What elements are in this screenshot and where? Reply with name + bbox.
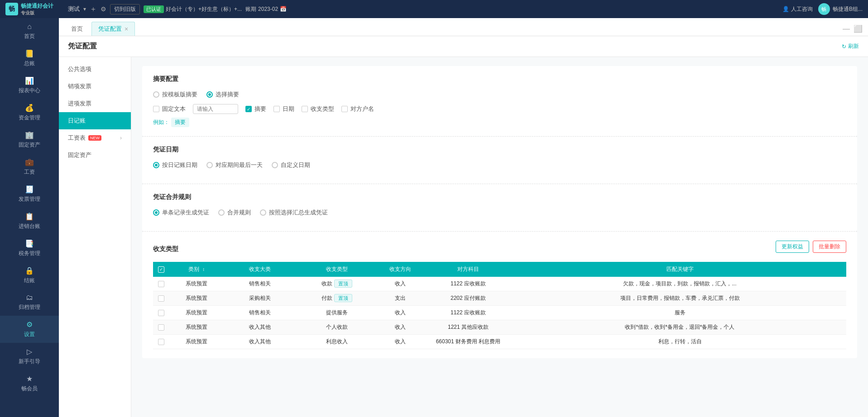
sidebar-item-member[interactable]: ★ 畅会员 xyxy=(0,370,59,397)
row-account: 660301 财务费用 利息费用 xyxy=(423,335,513,349)
top-bar-content: 测试 ▾ ＋ ⚙ 切到旧版 已认证 好会计（专）+好生意（标）+... 账期 2… xyxy=(68,4,779,14)
config-main: 摘要配置 按模板版摘要 选择摘要 xyxy=(131,57,868,417)
config-menu-fixed-assets[interactable]: 固定资产 xyxy=(59,147,131,164)
add-icon[interactable]: ＋ xyxy=(90,5,97,14)
tab-voucher-config[interactable]: 凭证配置 × xyxy=(91,22,135,36)
radio-circle-single xyxy=(153,209,159,216)
checkbox-box-fixed-text xyxy=(153,106,159,112)
sidebar-item-archive[interactable]: 🗂 归档管理 xyxy=(0,289,59,316)
update-button[interactable]: 更新权益 xyxy=(776,241,809,253)
radio-merge[interactable]: 合并规则 xyxy=(218,208,251,217)
checkbox-pay-type[interactable]: 收支类型 xyxy=(302,105,334,113)
invoice-icon: 🧾 xyxy=(25,185,34,194)
row-checkbox-cell[interactable] xyxy=(153,335,169,349)
config-menu-payroll[interactable]: 工资表 NEW › xyxy=(59,129,131,147)
row-checkbox-cell[interactable] xyxy=(153,277,169,291)
sidebar-item-funds[interactable]: 💰 资金管理 xyxy=(0,99,59,126)
radio-period-last-label: 对应期间最后一天 xyxy=(216,161,263,169)
radio-period-last[interactable]: 对应期间最后一天 xyxy=(206,161,263,169)
config-menu-purchase-invoice[interactable]: 进项发票 xyxy=(59,95,131,112)
sidebar-label-salary: 工资 xyxy=(24,168,35,176)
sidebar-item-tax[interactable]: 📑 税务管理 xyxy=(0,235,59,262)
sort-icon[interactable]: ↕ xyxy=(202,267,205,272)
config-menu-sales[interactable]: 销项发票 xyxy=(59,78,131,95)
refresh-button[interactable]: ↻ 刷新 xyxy=(842,43,859,50)
th-checkbox[interactable]: ✓ xyxy=(153,262,169,277)
th-type: 收支大类 xyxy=(224,262,296,277)
row-checkbox[interactable] xyxy=(158,339,164,345)
row-checkbox-cell[interactable] xyxy=(153,306,169,320)
row-checkbox[interactable] xyxy=(158,324,164,331)
sidebar-item-purchase[interactable]: 📋 进销台账 xyxy=(0,208,59,235)
radio-merge-label: 合并规则 xyxy=(227,208,251,217)
row-keywords: 利息，行转，活自 xyxy=(513,335,846,349)
user-area[interactable]: 畅 畅捷通B组... xyxy=(818,3,863,15)
tab-maximize-icon[interactable]: ⬜ xyxy=(854,24,863,33)
assets-icon: 🏢 xyxy=(25,131,34,139)
radio-circle-merge xyxy=(218,209,225,216)
fixed-text-input[interactable] xyxy=(193,104,238,114)
radio-select[interactable]: 选择摘要 xyxy=(206,90,239,99)
row-category: 系统预置 xyxy=(169,277,224,291)
batch-delete-button[interactable]: 批量删除 xyxy=(813,241,846,253)
calendar-icon[interactable]: 📅 xyxy=(280,6,287,12)
top-bar: 畅 畅捷通好会计 专业版 测试 ▾ ＋ ⚙ 切到旧版 已认证 好会计（专）+好生… xyxy=(0,0,868,18)
top-tag[interactable]: 置顶 xyxy=(334,280,352,288)
radio-custom-date[interactable]: 自定义日期 xyxy=(272,161,310,169)
dropdown-arrow-icon[interactable]: ▾ xyxy=(83,6,86,12)
row-checkbox-cell[interactable] xyxy=(153,320,169,335)
th-subtype: 收支类型 xyxy=(296,262,378,277)
table-row: 系统预置销售相关收款 置顶收入1122 应收账款欠款，现金，项目款，到款，报销款… xyxy=(153,277,846,291)
table-row: 系统预置收入其他利息收入收入660301 财务费用 利息费用利息，行转，活自 xyxy=(153,335,846,349)
row-type: 收入其他 xyxy=(224,320,296,335)
radio-circle-summary-gen xyxy=(260,209,266,216)
gear-icon[interactable]: ⚙ xyxy=(101,5,106,13)
tags-label: 好会计（专）+好生意（标）+... xyxy=(166,5,242,13)
row-checkbox[interactable] xyxy=(158,281,164,287)
row-category: 系统预置 xyxy=(169,335,224,349)
config-menu-public-label: 公共选项 xyxy=(68,65,91,73)
row-checkbox[interactable] xyxy=(158,295,164,302)
report-icon: 📊 xyxy=(25,76,34,85)
new-badge: NEW xyxy=(88,135,101,141)
sidebar-label-ledger: 总账 xyxy=(24,60,35,67)
sidebar-item-salary[interactable]: 💼 工资 xyxy=(0,153,59,180)
radio-circle-custom-date xyxy=(272,162,278,168)
switch-version-button[interactable]: 切到旧版 xyxy=(110,4,140,14)
row-subtype: 提供服务 xyxy=(296,306,378,320)
config-menu-journal[interactable]: 日记账 xyxy=(59,112,131,129)
radio-template[interactable]: 按模板版摘要 xyxy=(153,90,197,99)
help-button[interactable]: 👤 人工咨询 xyxy=(782,5,813,13)
test-label: 测试 xyxy=(68,5,80,13)
checkbox-box-counterparty xyxy=(341,106,348,112)
income-table: ✓ 类别 ↕ 收支大类 收支类型 收支方向 对方科目 xyxy=(153,262,846,349)
radio-journal-date[interactable]: 按日记账日期 xyxy=(153,161,197,169)
tab-home[interactable]: 首页 xyxy=(64,22,90,36)
sidebar-item-guide[interactable]: ▷ 新手引导 xyxy=(0,343,59,370)
app-name: 畅捷通好会计 xyxy=(21,2,53,10)
sidebar-item-assets[interactable]: 🏢 固定资产 xyxy=(0,126,59,153)
config-menu-public[interactable]: 公共选项 xyxy=(59,61,131,78)
sidebar-item-settings[interactable]: ⚙ 设置 xyxy=(0,316,59,343)
checkbox-date[interactable]: 日期 xyxy=(273,105,294,113)
sidebar-item-closing[interactable]: 🔒 结账 xyxy=(0,262,59,289)
row-checkbox[interactable] xyxy=(158,310,164,316)
checkbox-summary[interactable]: 摘要 xyxy=(245,105,266,113)
sidebar-item-report[interactable]: 📊 报表中心 xyxy=(0,72,59,99)
radio-summary-gen[interactable]: 按照选择汇总生成凭证 xyxy=(260,208,328,217)
row-keywords: 服务 xyxy=(513,306,846,320)
sidebar-item-ledger[interactable]: 📒 总账 xyxy=(0,45,59,72)
checkbox-fixed-text[interactable]: 固定文本 xyxy=(153,105,186,113)
row-checkbox-cell[interactable] xyxy=(153,291,169,306)
tab-close-icon[interactable]: × xyxy=(125,25,128,33)
radio-single[interactable]: 单条记录生成凭证 xyxy=(153,208,209,217)
settings-icon: ⚙ xyxy=(26,320,33,329)
sidebar-item-home[interactable]: ⌂ 首页 xyxy=(0,18,59,45)
app-logo: 畅 畅捷通好会计 专业版 xyxy=(5,2,64,16)
sidebar-item-invoice[interactable]: 🧾 发票管理 xyxy=(0,180,59,208)
tab-minimize-icon[interactable]: — xyxy=(843,25,850,33)
header-checkbox[interactable]: ✓ xyxy=(158,266,164,273)
top-tag[interactable]: 置顶 xyxy=(334,294,352,302)
checkbox-summary-label: 摘要 xyxy=(254,105,266,113)
checkbox-counterparty[interactable]: 对方户名 xyxy=(341,105,374,113)
